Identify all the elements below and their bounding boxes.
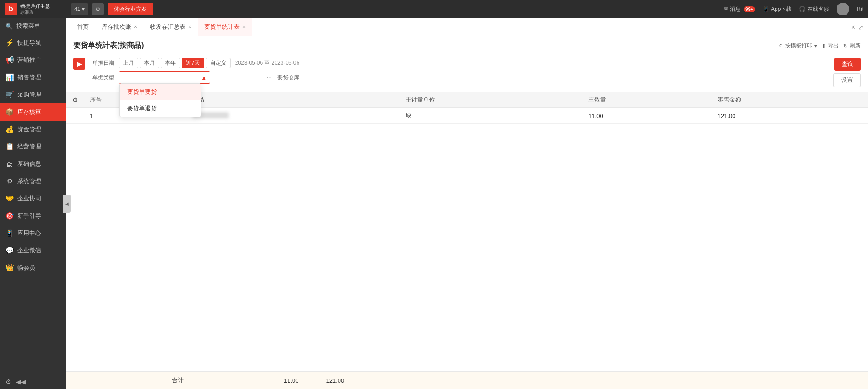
- this-year-btn[interactable]: 本年: [161, 58, 180, 68]
- sidebar-item-sales[interactable]: 📊 销售管理: [0, 69, 66, 86]
- tab-home[interactable]: 首页: [71, 18, 95, 36]
- mobile-icon: 📱: [5, 229, 14, 237]
- doc-type-chevron-up[interactable]: ▲: [198, 74, 210, 81]
- export-label: 导出: [828, 42, 839, 50]
- logo-area: b 畅捷通好生意 标准版: [5, 3, 71, 15]
- filter-more-btn[interactable]: ···: [267, 73, 273, 82]
- sidebar-item-quick-nav[interactable]: ⚡ 快捷导航: [0, 34, 66, 51]
- total-row: 合计 11.00 121.00: [66, 371, 868, 389]
- doc-type-input[interactable]: [119, 72, 198, 83]
- sidebar-label-marketing: 营销推广: [17, 56, 41, 64]
- sidebar-item-system[interactable]: ⚙ 系统管理: [0, 173, 66, 190]
- doc-type-label: 单据类型: [92, 74, 114, 82]
- messages-btn[interactable]: ✉ 消息 99+: [724, 5, 755, 13]
- sidebar-item-membership[interactable]: 👑 畅会员: [0, 259, 66, 276]
- column-settings-icon[interactable]: ⚙: [72, 97, 78, 103]
- industry-btn[interactable]: 体验行业方案: [108, 3, 153, 15]
- target-icon: 🎯: [5, 212, 14, 220]
- folder-icon: 🗂: [5, 160, 14, 168]
- sidebar-label-system: 系统管理: [17, 177, 41, 185]
- chart-icon: 📊: [5, 73, 14, 82]
- total-quantity: 11.00: [284, 377, 299, 384]
- filter-row-type: 单据类型 ▲ 要货单要货 要货单退货 ··· 要货仓库: [92, 71, 299, 84]
- filter-settings-btn[interactable]: 设置: [833, 73, 861, 87]
- filter-area: ▶ 单据日期 上月 本月 本年 近7天 自定义 2023-05-06 至 202…: [66, 53, 868, 92]
- this-month-btn[interactable]: 本月: [140, 58, 159, 68]
- collapse-icon[interactable]: ◀◀: [16, 378, 26, 385]
- sidebar-item-app-center[interactable]: 📱 应用中心: [0, 225, 66, 242]
- sidebar-collapse-btn[interactable]: ◀: [63, 194, 71, 213]
- export-btn[interactable]: ⬆ 导出: [822, 42, 839, 50]
- tab-batch-ledger-close[interactable]: ×: [134, 24, 137, 30]
- sidebar-item-operations[interactable]: 📋 经营管理: [0, 138, 66, 155]
- sidebar-search-label: 搜索菜单: [16, 22, 40, 30]
- sidebar: 🔍 搜索菜单 ⚡ 快捷导航 📢 营销推广 📊 销售管理 🛒 采购管理 📦: [0, 18, 66, 389]
- total-label: 合计: [172, 376, 184, 384]
- refresh-btn[interactable]: ↻ 刷新: [843, 42, 861, 50]
- box-icon: 📦: [5, 108, 14, 116]
- sidebar-label-purchase: 采购管理: [17, 91, 41, 99]
- row-unit: 块: [400, 108, 583, 124]
- sidebar-label-finance: 资金管理: [17, 125, 41, 133]
- search-selector[interactable]: 41 ▾: [71, 3, 88, 15]
- download-icon: 📱: [762, 6, 769, 12]
- total-amount: 121.00: [326, 377, 344, 384]
- tab-receive-summary-label: 收发存汇总表: [150, 23, 185, 31]
- custom-btn[interactable]: 自定义: [206, 58, 231, 68]
- sidebar-item-wechat[interactable]: 💬 企业微信: [0, 242, 66, 259]
- th-product: 商品: [187, 92, 400, 108]
- online-service-label: 在线客服: [807, 5, 829, 13]
- gear-button[interactable]: ⚙: [92, 3, 104, 15]
- last-month-btn[interactable]: 上月: [119, 58, 138, 68]
- tab-expand-btn[interactable]: ⤢: [858, 24, 863, 31]
- warehouse-label: 要货仓库: [277, 74, 299, 82]
- settings-bottom-icon[interactable]: ⚙: [5, 378, 11, 385]
- sidebar-label-membership: 畅会员: [17, 264, 35, 272]
- sidebar-label-quick-nav: 快捷导航: [17, 39, 41, 47]
- sidebar-item-inventory[interactable]: 📦 库存核算: [0, 103, 66, 121]
- tab-batch-ledger[interactable]: 库存批次账 ×: [95, 18, 144, 36]
- sidebar-scroll: ⚡ 快捷导航 📢 营销推广 📊 销售管理 🛒 采购管理 📦 库存核算 💰: [0, 34, 66, 374]
- sidebar-item-finance[interactable]: 💰 资金管理: [0, 121, 66, 138]
- th-settings[interactable]: ⚙: [66, 92, 84, 108]
- dropdown-item-yh-return[interactable]: 要货单退货: [120, 100, 201, 117]
- sidebar-item-newbie[interactable]: 🎯 新手引导: [0, 207, 66, 225]
- dropdown-item-yh-single[interactable]: 要货单要货: [120, 84, 201, 100]
- app-download-btn[interactable]: 📱 App下载: [762, 5, 791, 13]
- export-icon: ⬆: [822, 43, 826, 49]
- doc-type-input-wrap[interactable]: ▲ 要货单要货 要货单退货: [119, 71, 210, 84]
- chevron-down-icon: ▾: [82, 6, 85, 12]
- date-label: 单据日期: [92, 59, 114, 67]
- tab-receive-summary[interactable]: 收发存汇总表 ×: [144, 18, 198, 36]
- tab-order-stats[interactable]: 要货单统计表 ×: [198, 18, 252, 36]
- filter-toggle-btn[interactable]: ▶: [73, 58, 85, 70]
- main-layout: 🔍 搜索菜单 ⚡ 快捷导航 📢 营销推广 📊 销售管理 🛒 采购管理 📦: [0, 18, 868, 389]
- close-all-tabs-btn[interactable]: ×: [851, 23, 855, 31]
- print-btn[interactable]: 🖨 按模板打印 ▾: [778, 42, 817, 50]
- sidebar-item-purchase[interactable]: 🛒 采购管理: [0, 86, 66, 103]
- tab-order-stats-close[interactable]: ×: [242, 24, 246, 30]
- headset-icon: 🎧: [799, 6, 806, 12]
- tab-order-stats-label: 要货单统计表: [204, 23, 240, 31]
- selector-value: 41: [74, 6, 80, 12]
- sidebar-item-marketing[interactable]: 📢 营销推广: [0, 51, 66, 69]
- tab-home-label: 首页: [77, 23, 89, 31]
- brand-name: 畅捷通好生意: [20, 3, 50, 9]
- online-service-btn[interactable]: 🎧 在线客服: [799, 5, 829, 13]
- clipboard-icon: 📋: [5, 143, 14, 151]
- search-icon: 🔍: [5, 23, 13, 30]
- user-name: Rit: [857, 6, 863, 12]
- tab-bar: 首页 库存批次账 × 收发存汇总表 × 要货单统计表 × × ⤢: [66, 18, 868, 36]
- sidebar-item-enterprise[interactable]: 🤝 企业协同: [0, 190, 66, 207]
- user-avatar[interactable]: [837, 3, 849, 15]
- query-btn[interactable]: 查询: [834, 58, 861, 71]
- tab-receive-summary-close[interactable]: ×: [188, 24, 191, 30]
- sidebar-item-basic-info[interactable]: 🗂 基础信息: [0, 155, 66, 173]
- last-7days-btn[interactable]: 近7天: [182, 58, 204, 68]
- print-icon: 🖨: [778, 43, 783, 49]
- filter-row-date: 单据日期 上月 本月 本年 近7天 自定义 2023-05-06 至 2023-…: [92, 58, 299, 68]
- sidebar-label-app-center: 应用中心: [17, 229, 41, 237]
- sidebar-label-basic-info: 基础信息: [17, 160, 41, 168]
- sidebar-item-search[interactable]: 🔍 搜索菜单: [0, 18, 66, 34]
- chat-icon: 💬: [5, 246, 14, 255]
